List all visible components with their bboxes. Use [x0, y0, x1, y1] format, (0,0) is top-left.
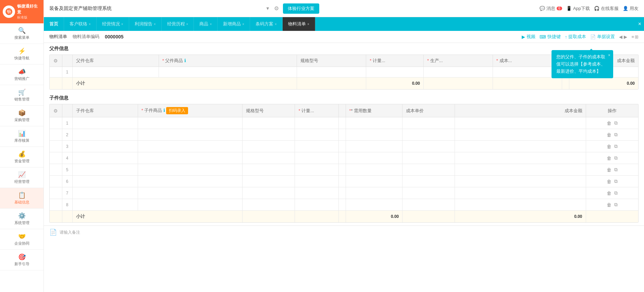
- child-row3-spec[interactable]: [243, 141, 295, 152]
- sidebar-item-guide[interactable]: 🎯 新手引导: [0, 250, 44, 270]
- extract-cost-btn[interactable]: ↑ 提取成本: [565, 34, 586, 40]
- child-row6-warehouse[interactable]: [72, 176, 138, 187]
- tab-bom[interactable]: 物料清单 ×: [283, 17, 315, 31]
- child-gear-icon[interactable]: ⚙: [53, 108, 58, 114]
- tab-new-product-close[interactable]: ×: [242, 22, 244, 26]
- tab-product[interactable]: 商品 ×: [194, 17, 218, 31]
- child-row7-warehouse[interactable]: [72, 187, 138, 199]
- child-row3-warehouse[interactable]: [72, 141, 138, 152]
- child-row4-warehouse[interactable]: [72, 152, 138, 164]
- delete-icon-1[interactable]: 🗑: [607, 120, 611, 126]
- child-row8-spec[interactable]: [243, 199, 295, 211]
- tab-new-product[interactable]: 新增商品 ×: [218, 17, 250, 31]
- child-row6-qty[interactable]: [346, 176, 402, 187]
- child-row4-spec[interactable]: [243, 152, 295, 164]
- sidebar-item-basic-info[interactable]: 📋 基础信息: [0, 188, 44, 209]
- child-row5-product[interactable]: [138, 164, 243, 176]
- sidebar-item-collab[interactable]: 🤝 企业协同: [0, 229, 44, 250]
- delete-icon-4[interactable]: 🗑: [607, 155, 611, 161]
- next-icon[interactable]: ▶: [624, 34, 627, 39]
- parent-row1-unit[interactable]: [366, 67, 424, 78]
- child-row7-unit-cost[interactable]: [402, 187, 455, 199]
- list-view-icon[interactable]: ≡: [631, 34, 634, 39]
- parent-row1-warehouse[interactable]: [72, 67, 159, 78]
- child-row1-product[interactable]: [138, 117, 243, 129]
- sidebar-item-purchase[interactable]: 📦 采购管理: [0, 106, 44, 126]
- child-row4-product[interactable]: [138, 152, 243, 164]
- prev-icon[interactable]: ◀: [619, 34, 622, 39]
- delete-icon-8[interactable]: 🗑: [607, 202, 611, 208]
- child-row5-qty[interactable]: [346, 164, 402, 176]
- try-button[interactable]: 体验行业方案: [283, 3, 319, 14]
- parent-row1-spec[interactable]: [297, 67, 366, 78]
- child-row5-spec[interactable]: [243, 164, 295, 176]
- child-row6-product[interactable]: [138, 176, 243, 187]
- child-row7-product[interactable]: [138, 187, 243, 199]
- copy-icon-2[interactable]: ⧉: [614, 132, 618, 138]
- child-row8-product[interactable]: [138, 199, 243, 211]
- child-row2-spec[interactable]: [243, 129, 295, 141]
- child-row2-qty[interactable]: [346, 129, 402, 141]
- child-row6-unit-cost[interactable]: [402, 176, 455, 187]
- child-row3-product[interactable]: [138, 141, 243, 152]
- child-row2-warehouse[interactable]: [72, 129, 138, 141]
- tab-profit[interactable]: 利润报告 ×: [129, 17, 162, 31]
- child-row2-unit-cost[interactable]: [402, 129, 455, 141]
- copy-icon-6[interactable]: ⧉: [614, 178, 618, 184]
- tab-profit-close[interactable]: ×: [154, 22, 156, 26]
- child-row6-spec[interactable]: [243, 176, 295, 187]
- child-row4-unit-cost[interactable]: [402, 152, 455, 164]
- bill-settings-btn[interactable]: 📄 单据设置: [590, 34, 615, 40]
- child-row8-warehouse[interactable]: [72, 199, 138, 211]
- settings-icon[interactable]: ⚙: [274, 5, 279, 12]
- delete-icon-3[interactable]: 🗑: [607, 144, 611, 149]
- child-row4-unit[interactable]: [295, 152, 338, 164]
- user-action[interactable]: 👤 用友: [623, 5, 639, 12]
- tab-barcode[interactable]: 条码方案 ×: [250, 17, 283, 31]
- tab-history-close[interactable]: ×: [186, 22, 188, 26]
- child-row2-cost-amount[interactable]: [455, 129, 586, 141]
- child-row2-unit[interactable]: [295, 129, 338, 141]
- child-row5-warehouse[interactable]: [72, 164, 138, 176]
- child-row1-cost-amount[interactable]: [455, 117, 586, 129]
- delete-icon-5[interactable]: 🗑: [607, 167, 611, 173]
- sidebar-item-system[interactable]: ⚙️ 系统管理: [0, 209, 44, 229]
- child-row8-qty[interactable]: [346, 199, 402, 211]
- delete-icon-2[interactable]: 🗑: [607, 132, 611, 138]
- video-btn[interactable]: ▶ 视频: [522, 34, 535, 40]
- child-row8-cost-amount[interactable]: [455, 199, 586, 211]
- child-row3-unit[interactable]: [295, 141, 338, 152]
- grid-view-icon[interactable]: ⊞: [635, 34, 639, 39]
- parent-gear-icon[interactable]: ⚙: [53, 58, 58, 63]
- delete-icon-6[interactable]: 🗑: [607, 179, 611, 184]
- sidebar-item-finance[interactable]: 💰 资金管理: [0, 147, 44, 167]
- child-row1-unit[interactable]: [295, 117, 338, 129]
- child-row6-cost-amount[interactable]: [455, 176, 586, 187]
- child-row4-qty[interactable]: [346, 152, 402, 164]
- copy-icon-7[interactable]: ⧉: [614, 190, 618, 196]
- child-row3-unit-cost[interactable]: [402, 141, 455, 152]
- child-row1-qty[interactable]: [346, 117, 402, 129]
- scan-button[interactable]: 扫码录入: [166, 107, 188, 114]
- online-service-action[interactable]: 🎧 在线客服: [594, 5, 619, 12]
- child-row2-product[interactable]: [138, 129, 243, 141]
- delete-icon-7[interactable]: 🗑: [607, 190, 611, 196]
- child-row8-unit-cost[interactable]: [402, 199, 455, 211]
- sidebar-item-search[interactable]: 🔍 搜索菜单: [0, 23, 44, 44]
- child-row3-qty[interactable]: [346, 141, 402, 152]
- sidebar-item-operations[interactable]: 📈 经营管理: [0, 167, 44, 188]
- child-row5-cost-amount[interactable]: [455, 164, 586, 176]
- child-row6-unit[interactable]: [295, 176, 338, 187]
- tab-history[interactable]: 经营历程 ×: [162, 17, 194, 31]
- shortcut-btn[interactable]: ⌨ 快捷键: [540, 34, 561, 40]
- tooltip-close-btn[interactable]: ×: [608, 52, 610, 59]
- message-action[interactable]: 💬 消息 6: [540, 5, 562, 12]
- child-row1-spec[interactable]: [243, 117, 295, 129]
- parent-row1-product[interactable]: [159, 67, 297, 78]
- nav-close-icon[interactable]: ×: [638, 21, 641, 27]
- copy-icon-4[interactable]: ⧉: [614, 155, 618, 161]
- child-row4-cost-amount[interactable]: [455, 152, 586, 164]
- child-row7-unit[interactable]: [295, 187, 338, 199]
- sidebar-item-quicknav[interactable]: ⚡ 快捷导航: [0, 44, 44, 65]
- child-row7-spec[interactable]: [243, 187, 295, 199]
